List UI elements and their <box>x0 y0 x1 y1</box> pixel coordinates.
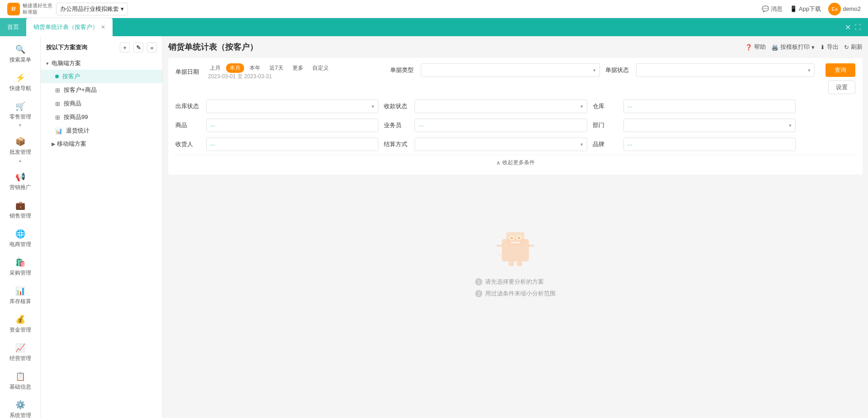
receipt-status-label: 收款状态 <box>384 102 411 110</box>
scheme-item-by-customer-product[interactable]: ⊞ 按客户+商品 <box>41 83 162 97</box>
filter-item-receipt-status: 收款状态 ▾ <box>384 100 587 113</box>
sidebar-item-sales-mgmt[interactable]: 💼 销售管理 <box>0 196 40 224</box>
svg-rect-6 <box>511 242 520 243</box>
filter-row-4: 收货人 ··· 结算方式 ▾ 品牌 <box>175 138 855 151</box>
grid-icon: ⊞ <box>55 87 60 94</box>
sidebar-item-quick-nav[interactable]: ⚡ 快捷导航 <box>0 68 40 97</box>
scheme-item-by-product-99[interactable]: ⊞ 按商品99 <box>41 110 162 124</box>
avatar: Ea <box>828 3 841 15</box>
topbar-right: 💬 消息 📱 App下载 Ea demo2 <box>762 3 861 15</box>
app-download-button[interactable]: 📱 App下载 <box>790 5 821 13</box>
out-status-select[interactable]: ▾ <box>206 100 378 113</box>
settings-button[interactable]: 设置 <box>828 81 855 94</box>
logo-text: 畅捷通好生意 标准版 <box>23 3 52 14</box>
filter-row-2: 出库状态 ▾ 收款状态 ▾ 仓库 <box>175 100 855 113</box>
sidebar-item-marketing[interactable]: 📢 营销推广 <box>0 167 40 196</box>
maximize-icon[interactable]: ⛶ <box>854 24 861 31</box>
scheme-item-by-customer[interactable]: 按客户 <box>41 70 162 83</box>
sidebar: 🔍 搜索菜单 ⚡ 快捷导航 🛒 零售管理 ▾ 📦 批发管理 ▴ 📢 营销推广 💼… <box>0 36 41 418</box>
megaphone-icon: 📢 <box>15 172 25 182</box>
scheme-group-desktop-header[interactable]: ▾ 电脑端方案 <box>41 57 162 70</box>
close-window-icon[interactable]: ✕ <box>845 23 851 32</box>
export-button[interactable]: ⬇ 导出 <box>820 43 839 51</box>
tab-home[interactable]: 首页 <box>0 18 26 36</box>
scheme-group-desktop: ▾ 电脑端方案 按客户 ⊞ 按客户+商品 ⊞ 按商品 ⊞ 按商品99 <box>41 57 162 138</box>
dept-select[interactable]: ▾ <box>623 119 796 132</box>
chevron-down-icon: ▾ <box>580 104 583 109</box>
scheme-add-button[interactable]: + <box>120 43 130 52</box>
warehouse-select[interactable]: ··· <box>623 100 796 113</box>
sidebar-item-system-mgmt[interactable]: ⚙️ 系统管理 <box>0 395 40 418</box>
sidebar-item-label: 电商管理 <box>9 241 31 248</box>
trend-icon: 📈 <box>15 343 25 353</box>
scheme-collapse-button[interactable]: « <box>147 43 157 52</box>
scheme-item-by-product[interactable]: ⊞ 按商品 <box>41 97 162 110</box>
scheme-panel: 按以下方案查询 + ✎ « ▾ 电脑端方案 <box>41 36 163 418</box>
main-layout: 🔍 搜索菜单 ⚡ 快捷导航 🛒 零售管理 ▾ 📦 批发管理 ▴ 📢 营销推广 💼… <box>0 36 868 418</box>
print-icon: 🖨️ <box>771 44 778 51</box>
logo-icon: 好 <box>7 3 20 15</box>
sidebar-item-label: 快捷导航 <box>9 85 31 92</box>
sidebar-item-ecommerce-mgmt[interactable]: 🌐 电商管理 <box>0 224 40 253</box>
help-button[interactable]: ❓ 帮助 <box>745 43 766 51</box>
chevron-down-icon: ▾ <box>808 67 811 73</box>
consignee-label: 收货人 <box>175 140 203 148</box>
chevron-down-icon: ▾ <box>593 67 596 73</box>
message-button[interactable]: 💬 消息 <box>762 5 783 13</box>
sidebar-item-retail-mgmt[interactable]: 🛒 零售管理 ▾ <box>0 97 40 132</box>
date-tab-more[interactable]: 更多 <box>289 63 307 73</box>
sidebar-item-search-menu[interactable]: 🔍 搜索菜单 <box>0 40 40 68</box>
date-tab-this-year[interactable]: 本年 <box>246 63 264 73</box>
tab-close-icon[interactable]: ✕ <box>101 24 105 30</box>
receipt-status-select[interactable]: ▾ <box>415 100 587 113</box>
payment-select[interactable]: ▾ <box>415 138 587 151</box>
scheme-group-mobile-header[interactable]: ▶ 移动端方案 <box>41 138 162 150</box>
chevron-down-icon: ▾ <box>46 61 49 66</box>
doc-status-select[interactable]: ▾ <box>636 63 815 77</box>
export-icon: ⬇ <box>820 44 825 51</box>
tab-sales-stat[interactable]: 销货单统计表（按客户） ✕ <box>26 18 113 36</box>
date-tab-last-month[interactable]: 上月 <box>206 63 224 73</box>
date-tab-custom[interactable]: 自定义 <box>309 63 332 73</box>
svg-rect-1 <box>506 232 524 246</box>
user-menu[interactable]: Ea demo2 <box>828 3 861 15</box>
chevron-up-icon: ▴ <box>19 158 21 163</box>
scheme-edit-button[interactable]: ✎ <box>133 43 143 52</box>
empty-state: 1 请先选择要分析的方案 2 用过滤条件来缩小分析范围 <box>168 180 863 337</box>
chevron-down-icon: ▾ <box>789 123 792 128</box>
sidebar-item-label: 基础信息 <box>9 383 31 391</box>
app-selector[interactable]: 办公用品行业模拟账套 ▾ <box>56 3 128 15</box>
svg-point-11 <box>499 254 500 256</box>
salesperson-select[interactable]: ··· <box>415 119 587 132</box>
sidebar-item-basic-info[interactable]: 📋 基础信息 <box>0 367 40 395</box>
sidebar-item-purchase-mgmt[interactable]: 🛍️ 采购管理 <box>0 253 40 281</box>
doc-type-select[interactable]: ▾ <box>421 63 599 77</box>
filter-row-3: 商品 ··· 业务员 ··· 部门 <box>175 119 855 132</box>
print-button[interactable]: 🖨️ 按模板打印 ▾ <box>771 43 815 51</box>
date-tab-this-month[interactable]: 本月 <box>226 63 244 73</box>
product-label: 商品 <box>175 121 203 129</box>
sidebar-item-inventory[interactable]: 📊 库存核算 <box>0 281 40 310</box>
query-actions: 查询 设置 <box>820 63 855 94</box>
sidebar-item-wholesale-mgmt[interactable]: 📦 批发管理 ▴ <box>0 132 40 167</box>
page-actions: ❓ 帮助 🖨️ 按模板打印 ▾ ⬇ 导出 ↻ 刷新 <box>745 43 863 51</box>
empty-svg <box>488 216 542 271</box>
svg-point-13 <box>501 257 502 258</box>
globe-icon: 🌐 <box>15 229 25 239</box>
filter-item-consignee: 收货人 ··· <box>175 138 378 151</box>
sidebar-item-label: 销售管理 <box>9 212 31 220</box>
filter-item-payment: 结算方式 ▾ <box>384 138 587 151</box>
sidebar-item-operations[interactable]: 📈 经营管理 <box>0 338 40 367</box>
filter-panel: 单据日期 上月 本月 本年 近7天 更多 自定义 2023-03-01 至 20… <box>168 58 863 175</box>
collapse-bar[interactable]: ∧ 收起更多条件 <box>175 155 855 169</box>
date-tab-7days[interactable]: 近7天 <box>266 63 287 73</box>
chevron-right-icon: ▶ <box>52 141 55 147</box>
query-button[interactable]: 查询 <box>826 63 855 77</box>
brand-select[interactable]: ··· <box>623 138 796 151</box>
consignee-select[interactable]: ··· <box>206 138 378 151</box>
refresh-button[interactable]: ↻ 刷新 <box>844 43 863 51</box>
product-select[interactable]: ··· <box>206 119 378 132</box>
scheme-item-return-stat[interactable]: 📊 退货统计 <box>41 124 162 138</box>
sidebar-item-finance[interactable]: 💰 资金管理 <box>0 310 40 338</box>
topbar-left: 好 畅捷通好生意 标准版 办公用品行业模拟账套 ▾ <box>7 3 128 15</box>
